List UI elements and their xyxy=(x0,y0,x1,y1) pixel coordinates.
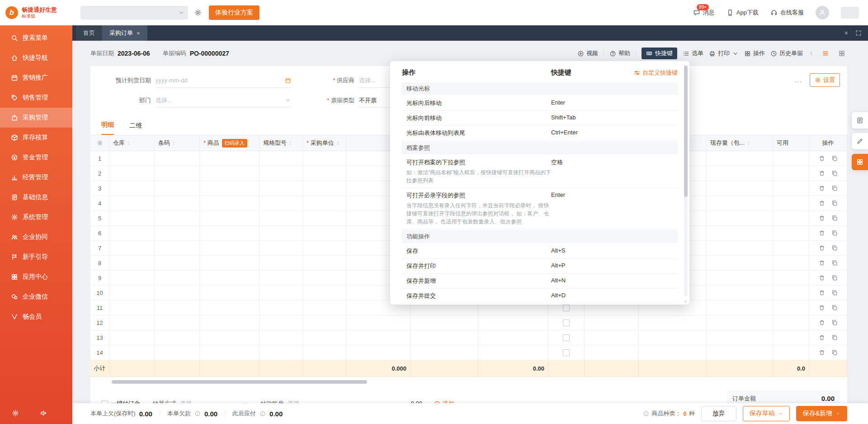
delete-row-icon[interactable] xyxy=(819,185,825,191)
sidebar-item-funds[interactable]: 资金管理 xyxy=(0,148,72,167)
copy-row-icon[interactable] xyxy=(831,319,838,326)
table-cell[interactable] xyxy=(109,286,155,300)
table-cell[interactable] xyxy=(155,256,200,270)
table-cell[interactable] xyxy=(585,330,639,345)
sidebar-item-app-center[interactable]: 应用中心 xyxy=(0,267,72,287)
table-cell[interactable] xyxy=(773,256,809,270)
popup-scrollbar-thumb[interactable] xyxy=(684,66,688,197)
delete-row-icon[interactable] xyxy=(819,155,825,162)
row-checkbox[interactable] xyxy=(563,334,570,341)
table-cell[interactable] xyxy=(109,241,155,255)
notes-tool-button[interactable] xyxy=(852,112,868,129)
org-select[interactable] xyxy=(80,6,188,19)
table-cell[interactable] xyxy=(303,226,346,240)
table-cell[interactable] xyxy=(109,330,155,345)
sidebar-item-marketing[interactable]: 营销推广 xyxy=(0,68,72,88)
table-cell[interactable] xyxy=(155,241,200,255)
table-cell[interactable] xyxy=(585,315,639,330)
delete-row-icon[interactable] xyxy=(819,334,825,341)
table-cell[interactable] xyxy=(200,241,259,255)
table-cell[interactable] xyxy=(303,151,346,166)
sidebar-item-wecom[interactable]: 企业微信 xyxy=(0,287,72,307)
table-cell[interactable] xyxy=(707,166,773,181)
grid-view-toggle[interactable] xyxy=(836,48,847,59)
sort-icon[interactable] xyxy=(171,141,176,146)
table-cell[interactable] xyxy=(200,330,259,345)
table-cell[interactable] xyxy=(155,166,200,181)
table-cell[interactable] xyxy=(773,271,809,285)
table-cell[interactable] xyxy=(478,345,548,360)
table-cell[interactable] xyxy=(303,181,346,195)
department-select[interactable]: 选择... xyxy=(156,94,291,108)
table-cell[interactable] xyxy=(707,181,773,195)
table-cell[interactable] xyxy=(707,271,773,285)
table-cell[interactable] xyxy=(346,330,410,345)
table-cell[interactable] xyxy=(410,315,478,330)
sidebar-item-system[interactable]: 系统管理 xyxy=(0,207,72,227)
table-cell[interactable] xyxy=(707,256,773,270)
delete-row-icon[interactable] xyxy=(819,319,825,326)
table-cell[interactable] xyxy=(259,226,303,240)
delete-row-icon[interactable] xyxy=(819,349,825,356)
delete-row-icon[interactable] xyxy=(819,290,825,296)
scroll-down-icon[interactable] xyxy=(684,299,688,304)
table-cell[interactable] xyxy=(773,315,809,330)
table-cell[interactable] xyxy=(303,196,346,210)
copy-row-icon[interactable] xyxy=(831,275,838,281)
table-cell[interactable] xyxy=(303,286,346,300)
table-cell[interactable] xyxy=(478,330,548,345)
table-cell[interactable] xyxy=(773,181,809,195)
table-cell[interactable] xyxy=(155,286,200,300)
table-cell[interactable] xyxy=(155,300,200,315)
table-cell[interactable] xyxy=(303,271,346,285)
table-cell[interactable] xyxy=(639,330,707,345)
copy-row-icon[interactable] xyxy=(831,290,838,296)
table-cell[interactable] xyxy=(259,286,303,300)
row-checkbox[interactable] xyxy=(563,305,570,311)
sidebar-item-basic-info[interactable]: 基础信息 xyxy=(0,187,72,207)
table-cell[interactable] xyxy=(707,226,773,240)
close-tab-icon[interactable]: × xyxy=(137,30,140,37)
table-cell[interactable] xyxy=(303,166,346,181)
table-cell[interactable] xyxy=(707,345,773,360)
table-cell[interactable] xyxy=(707,300,773,315)
tab-home[interactable]: 首页 xyxy=(76,25,102,41)
sort-icon[interactable] xyxy=(335,141,340,146)
customize-hotkeys-link[interactable]: 自定义快捷键 xyxy=(634,69,678,77)
table-cell[interactable] xyxy=(410,345,478,360)
table-cell[interactable] xyxy=(200,286,259,300)
table-cell[interactable] xyxy=(303,211,346,225)
table-cell[interactable] xyxy=(200,271,259,285)
delete-row-icon[interactable] xyxy=(819,170,825,176)
row-checkbox[interactable] xyxy=(563,349,570,356)
sidebar-item-search-menu[interactable]: 搜索菜单 xyxy=(0,28,72,48)
info-icon[interactable] xyxy=(643,410,649,417)
table-cell[interactable] xyxy=(109,181,155,195)
online-service-button[interactable]: 在线客服 xyxy=(770,9,804,17)
table-cell[interactable] xyxy=(773,151,809,166)
copy-row-icon[interactable] xyxy=(831,215,838,221)
table-cell[interactable] xyxy=(639,345,707,360)
avatar[interactable] xyxy=(816,6,829,19)
table-cell[interactable] xyxy=(707,315,773,330)
table-cell[interactable] xyxy=(478,315,548,330)
calendar-icon[interactable] xyxy=(285,77,291,84)
scrollbar-thumb[interactable] xyxy=(112,380,367,384)
delete-row-icon[interactable] xyxy=(819,230,825,236)
table-cell[interactable] xyxy=(109,151,155,166)
table-cell[interactable] xyxy=(109,256,155,270)
delete-row-icon[interactable] xyxy=(819,305,825,311)
copy-row-icon[interactable] xyxy=(831,334,838,341)
table-cell[interactable] xyxy=(346,315,410,330)
horizontal-scrollbar[interactable] xyxy=(91,379,846,385)
industry-solution-button[interactable]: 体验行业方案 xyxy=(209,5,259,20)
table-cell[interactable] xyxy=(707,330,773,345)
table-cell[interactable] xyxy=(200,166,259,181)
workspace-settings-icon[interactable] xyxy=(194,9,202,16)
tab-2d[interactable]: 二维 xyxy=(129,122,142,135)
hotkey-button[interactable]: 快捷键 xyxy=(642,48,677,59)
sidebar-item-inventory[interactable]: 库存核算 xyxy=(0,128,72,148)
table-cell[interactable] xyxy=(200,300,259,315)
table-cell[interactable] xyxy=(155,181,200,195)
copy-row-icon[interactable] xyxy=(831,230,838,236)
